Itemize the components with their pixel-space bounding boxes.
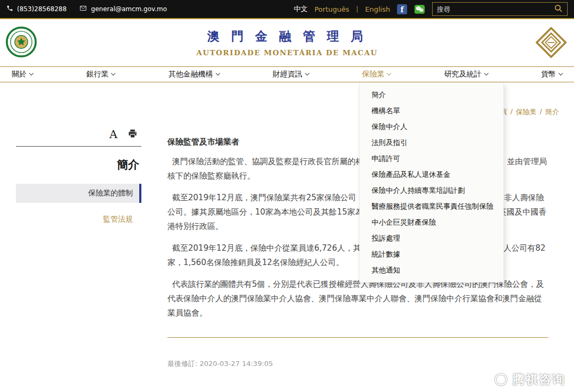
- chevron-down-icon: [111, 71, 115, 75]
- phone-number: (853)28568288: [17, 5, 66, 13]
- phone-icon: [6, 5, 13, 13]
- dropdown-item-statistics[interactable]: 統計數據: [360, 246, 503, 262]
- breadcrumb-insurance[interactable]: 保險業: [516, 107, 537, 117]
- printer-icon: [127, 129, 138, 141]
- chevron-down-icon: [29, 71, 33, 75]
- email-address: general@amcm.gov.mo: [91, 5, 167, 13]
- sidebar-heading: 簡介: [16, 157, 141, 172]
- search-box: [432, 2, 568, 16]
- nav-label: 關於: [12, 70, 27, 79]
- site-header: 澳 門 金 融 管 理 局 AUTORIDADE MONETÁRIA DE MA…: [0, 19, 574, 66]
- breadcrumb-current[interactable]: 簡介: [545, 107, 559, 117]
- breadcrumb-separator: /: [540, 107, 542, 117]
- nav-label: 其他金融機構: [168, 70, 213, 79]
- dropdown-item-cpd-program[interactable]: 保險中介人持續專業培訓計劃: [360, 182, 503, 198]
- lang-divider: |: [356, 5, 358, 13]
- nav-label: 財經資訊: [273, 70, 302, 79]
- sidebar: A 簡介 保險業的體制 監管法規: [16, 127, 141, 224]
- wechat-icon[interactable]: [414, 4, 425, 15]
- dropdown-item-intro[interactable]: 簡介: [360, 87, 503, 103]
- nav-label: 研究及統計: [444, 70, 482, 79]
- sidebar-divider: [16, 146, 141, 147]
- font-size-button[interactable]: A: [109, 129, 117, 140]
- site-title-portuguese: AUTORIDADE MONETÁRIA DE MACAU: [0, 48, 574, 57]
- chevron-down-icon: [559, 71, 563, 75]
- nav-item-about[interactable]: 關於: [12, 70, 33, 79]
- watermark: 腾祺咨询: [494, 371, 565, 388]
- nav-label: 保險業: [362, 70, 384, 79]
- nav-label: 銀行業: [86, 70, 108, 79]
- search-icon: [554, 4, 563, 14]
- last-modified-timestamp: 最後修訂: 2020-03-27 14:39:05: [167, 359, 548, 369]
- nav-item-research-statistics[interactable]: 研究及統計: [444, 70, 488, 79]
- lang-english-link[interactable]: English: [365, 5, 390, 13]
- email-contact[interactable]: general@amcm.gov.mo: [79, 5, 167, 13]
- topbar: (853)28568288 general@amcm.gov.mo 中文 Por…: [0, 0, 574, 18]
- content-divider: [167, 337, 548, 338]
- chevron-down-icon: [387, 71, 391, 75]
- watermark-text: 腾祺咨询: [512, 371, 565, 388]
- chevron-down-icon: [305, 71, 309, 75]
- chevron-down-icon: [484, 71, 488, 75]
- lang-chinese-link[interactable]: 中文: [294, 4, 308, 14]
- dropdown-item-institutions-list[interactable]: 機構名單: [360, 103, 503, 118]
- breadcrumb-separator: /: [510, 107, 512, 117]
- lang-portuguese-link[interactable]: Português: [315, 5, 349, 13]
- nav-item-other-financial-institutions[interactable]: 其他金融機構: [168, 70, 220, 79]
- dropdown-item-laws-guidelines[interactable]: 法則及指引: [360, 134, 503, 150]
- nav-label: 貨幣: [541, 70, 556, 79]
- site-title-chinese: 澳 門 金 融 管 理 局: [0, 28, 574, 45]
- dropdown-item-other-notices[interactable]: 其他通知: [360, 262, 503, 278]
- envelope-icon: [79, 5, 87, 13]
- nav-item-currency[interactable]: 貨幣: [541, 70, 562, 79]
- dropdown-item-products-pension-funds[interactable]: 保險產品及私人退休基金: [360, 166, 503, 182]
- print-button[interactable]: [127, 129, 138, 141]
- dropdown-item-sme-catastrophe-insurance[interactable]: 中小企巨災財產保險: [360, 214, 503, 230]
- dropdown-item-application-license[interactable]: 申請許可: [360, 150, 503, 166]
- nav-item-financial-info[interactable]: 財經資訊: [273, 70, 309, 79]
- search-input[interactable]: [437, 5, 551, 13]
- search-button[interactable]: [554, 4, 563, 14]
- chevron-down-icon: [215, 71, 220, 75]
- sidebar-item-insurance-system[interactable]: 保險業的體制: [16, 184, 141, 203]
- facebook-icon[interactable]: f: [397, 4, 407, 14]
- amcm-diamond-emblem: [536, 27, 567, 60]
- insurance-dropdown-menu: 簡介 機構名單 保險中介人 法則及指引 申請許可 保險產品及私人退休基金 保險中…: [359, 82, 504, 283]
- dropdown-item-complaints[interactable]: 投訴處理: [360, 230, 503, 246]
- content-paragraph: 代表該行業的團體共有5個，分別是代表已獲授權經營人壽保險公司及非人壽保險公司的澳…: [167, 277, 548, 320]
- dropdown-item-insurance-intermediaries[interactable]: 保險中介人: [360, 118, 503, 134]
- nav-item-banking[interactable]: 銀行業: [86, 70, 115, 79]
- nav-item-insurance[interactable]: 保險業: [362, 70, 391, 79]
- sidebar-item-regulations[interactable]: 監管法規: [16, 215, 141, 224]
- dropdown-item-medical-liability-insurance[interactable]: 醫療服務提供者職業民事責任強制保險: [360, 198, 503, 214]
- phone-contact: (853)28568288: [6, 5, 66, 13]
- watermark-logo-icon: [494, 372, 508, 387]
- main-nav: 關於 銀行業 其他金融機構 財經資訊 保險業 研究及統計 貨幣: [0, 66, 574, 82]
